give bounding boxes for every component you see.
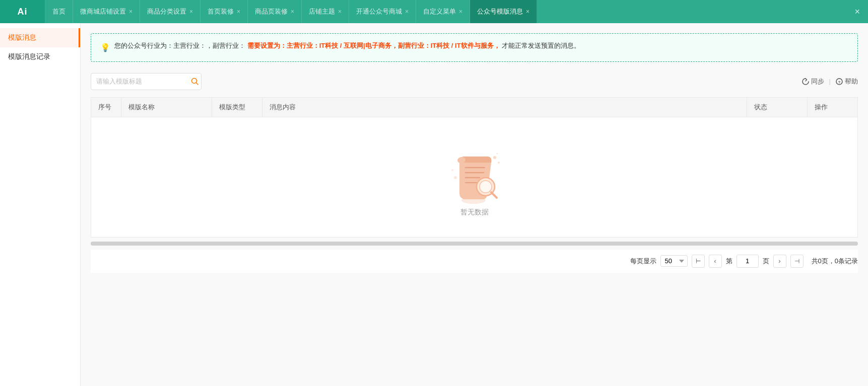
first-page-icon: ⊢: [696, 258, 701, 265]
close-open-wechat-shop-tab[interactable]: ×: [405, 8, 409, 15]
table-header-row: 序号 模版名称 模版类型 消息内容 状态 操作: [91, 97, 858, 117]
col-header-name: 模版名称: [121, 97, 212, 117]
last-page-button[interactable]: ⊣: [790, 255, 804, 268]
nav-tab-custom-menu[interactable]: 自定义菜单 ×: [416, 0, 470, 23]
sidebar: 模版消息 模版消息记录: [0, 23, 81, 386]
close-homepage-decor-tab[interactable]: ×: [237, 8, 240, 15]
close-custom-menu-tab[interactable]: ×: [459, 8, 462, 15]
brand-logo: Ai: [0, 0, 45, 23]
next-page-icon: ›: [779, 258, 781, 265]
close-template-message-tab[interactable]: ×: [526, 8, 529, 15]
svg-text:?: ?: [838, 80, 841, 84]
notice-highlight-text: 需要设置为：主营行业：IT科技 / 互联网|电子商务，副营行业：IT科技 / I…: [247, 42, 500, 49]
total-text: 共0页，0条记录: [812, 257, 858, 266]
nav-tab-homepage-decor[interactable]: 首页装修 ×: [201, 0, 248, 23]
first-page-button[interactable]: ⊢: [692, 255, 705, 268]
nav-tab-shop-theme[interactable]: 店铺主题 ×: [302, 0, 349, 23]
col-header-index: 序号: [91, 97, 121, 117]
empty-state: 暂无数据: [91, 117, 857, 237]
nav-tab-product-page-decor-label: 商品页装修: [255, 7, 288, 16]
nav-tab-micro-shop-label: 微商城店铺设置: [80, 7, 126, 16]
svg-point-14: [498, 162, 500, 164]
page-number-input[interactable]: [737, 255, 759, 268]
close-product-page-decor-tab[interactable]: ×: [291, 8, 294, 15]
top-nav-bar: Ai 首页 微商城店铺设置 × 商品分类设置 × 首页装修 × 商品页装修 × …: [0, 0, 868, 23]
table-scrollbar[interactable]: [91, 242, 858, 246]
prev-page-button[interactable]: ‹: [709, 255, 722, 268]
page-size-label: 每页显示: [630, 257, 656, 266]
nav-tab-template-message-label: 公众号模版消息: [477, 7, 523, 16]
col-header-content: 消息内容: [262, 97, 747, 117]
nav-tab-open-wechat-shop-label: 开通公众号商城: [356, 7, 402, 16]
toolbar-divider: |: [829, 78, 831, 85]
empty-text: 暂无数据: [460, 208, 489, 217]
col-header-type: 模版类型: [212, 97, 262, 117]
svg-point-16: [454, 176, 457, 179]
nav-tab-home[interactable]: 首页: [45, 0, 73, 23]
notice-icon: 💡: [100, 41, 110, 54]
empty-state-row: 暂无数据: [91, 117, 858, 237]
col-header-status: 状态: [747, 97, 808, 117]
notice-box: 💡 您的公众号行业为：主营行业：，副营行业： 需要设置为：主营行业：IT科技 /…: [91, 33, 858, 62]
nav-tab-micro-shop-settings[interactable]: 微商城店铺设置 ×: [73, 0, 140, 23]
search-input[interactable]: [91, 74, 186, 88]
pagination-row: 每页显示 10 20 50 100 ⊢ ‹ 第 页 › ⊣ 共0页，0条记: [91, 250, 858, 273]
last-page-icon: ⊣: [794, 258, 799, 265]
svg-line-1: [196, 83, 198, 85]
close-product-category-tab[interactable]: ×: [189, 8, 193, 15]
page-label-suffix: 页: [763, 257, 769, 266]
page-label-prefix: 第: [726, 257, 732, 266]
data-table: 序号 模版名称 模版类型 消息内容 状态 操作: [91, 97, 858, 238]
svg-point-13: [493, 156, 496, 159]
search-icon: [191, 78, 198, 85]
nav-tab-product-category-label: 商品分类设置: [147, 7, 186, 16]
prev-page-icon: ‹: [714, 258, 716, 265]
nav-tab-product-page-decor[interactable]: 商品页装修 ×: [248, 0, 302, 23]
sync-button[interactable]: 同步: [802, 77, 824, 86]
main-layout: 模版消息 模版消息记录 💡 您的公众号行业为：主营行业：，副营行业： 需要设置为…: [0, 23, 868, 386]
next-page-button[interactable]: ›: [773, 255, 786, 268]
help-icon: ?: [836, 78, 843, 85]
svg-line-12: [491, 192, 497, 198]
page-size-select[interactable]: 10 20 50 100: [660, 255, 688, 267]
sidebar-item-template-msg[interactable]: 模版消息: [0, 28, 80, 47]
nav-tab-homepage-decor-label: 首页装修: [208, 7, 234, 16]
scrollbar-thumb[interactable]: [91, 242, 858, 246]
nav-tab-product-category[interactable]: 商品分类设置 ×: [140, 0, 201, 23]
sync-icon: [802, 78, 809, 85]
search-button[interactable]: [186, 73, 202, 90]
nav-tab-open-wechat-shop[interactable]: 开通公众号商城 ×: [349, 0, 416, 23]
table-body: 暂无数据: [91, 117, 858, 237]
svg-point-11: [480, 181, 492, 193]
notice-text: 您的公众号行业为：主营行业：，副营行业： 需要设置为：主营行业：IT科技 / 互…: [114, 41, 580, 51]
sidebar-item-template-msg-log[interactable]: 模版消息记录: [0, 47, 80, 66]
search-row: 同步 | ? 帮助: [91, 73, 858, 90]
empty-illustration: [444, 147, 505, 208]
toolbar-right: 同步 | ? 帮助: [802, 77, 858, 86]
help-button[interactable]: ? 帮助: [836, 77, 858, 86]
content-area: 💡 您的公众号行业为：主营行业：，副营行业： 需要设置为：主营行业：IT科技 /…: [81, 23, 868, 386]
nav-tab-template-message[interactable]: 公众号模版消息 ×: [470, 0, 537, 23]
nav-tab-custom-menu-label: 自定义菜单: [423, 7, 456, 16]
nav-tab-shop-theme-label: 店铺主题: [309, 7, 335, 16]
close-micro-shop-tab[interactable]: ×: [129, 8, 132, 15]
col-header-action: 操作: [808, 97, 858, 117]
close-all-tabs-button[interactable]: ×: [846, 0, 868, 23]
close-shop-theme-tab[interactable]: ×: [338, 8, 342, 15]
svg-point-17: [451, 169, 453, 171]
nav-tab-home-label: 首页: [52, 7, 65, 16]
svg-point-15: [496, 152, 498, 154]
search-input-wrap: [91, 73, 202, 90]
